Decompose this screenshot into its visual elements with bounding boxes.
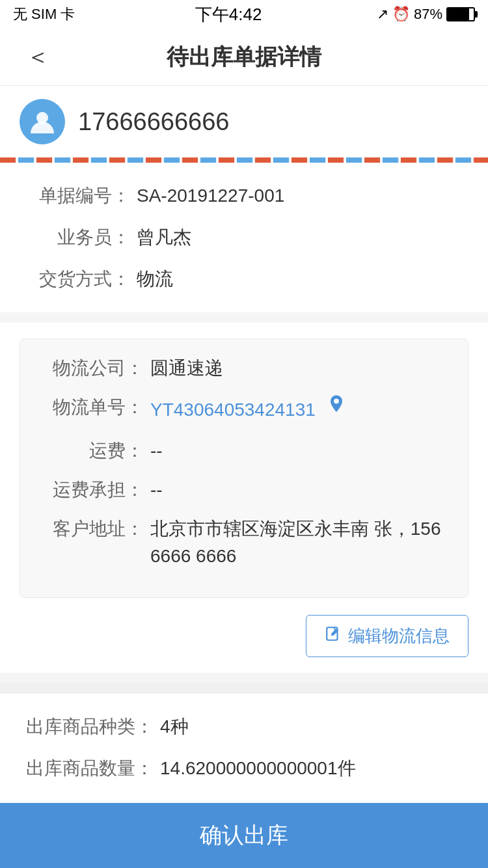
logistics-company-label: 物流公司： [40, 355, 144, 382]
document-number-value: SA-20191227-001 [130, 182, 462, 210]
product-types-row: 出库商品种类： 4种 [26, 713, 462, 740]
address-value: 北京市市辖区海淀区永丰南 张，156 6666 6666 [144, 515, 448, 570]
product-section: 出库商品种类： 4种 出库商品数量： 14.620000000000001件 [0, 694, 488, 795]
edit-btn-row: 编辑物流信息 [20, 608, 468, 673]
back-button[interactable]: ＜ [20, 34, 56, 79]
product-quantity-row: 出库商品数量： 14.620000000000001件 [26, 755, 462, 782]
nav-bar: ＜ 待出库单据详情 [0, 29, 488, 86]
address-label: 客户地址： [40, 515, 144, 543]
customer-phone: 17666666666 [78, 108, 229, 136]
confirm-button-label: 确认出库 [200, 821, 288, 850]
freight-label: 运费： [40, 437, 144, 465]
status-right: ↗ ⏰ 87% [377, 6, 475, 23]
avatar [20, 99, 65, 144]
tracking-number-row: 物流单号： YT43064053424131 [40, 394, 448, 426]
delivery-method-value: 物流 [130, 265, 462, 293]
freight-bearer-value: -- [144, 476, 448, 504]
carrier-text: 无 SIM 卡 [13, 5, 75, 24]
logistics-section: 物流公司： 圆通速递 物流单号： YT43064053424131 运费： [0, 323, 488, 673]
salesperson-label: 业务员： [26, 224, 130, 251]
alarm-icon: ⏰ [392, 6, 410, 23]
delivery-method-row: 交货方式： 物流 [26, 265, 462, 293]
battery-icon [446, 7, 475, 21]
logistics-company-value: 圆通速递 [144, 355, 448, 382]
customer-header: 17666666666 [0, 86, 488, 157]
logistics-company-row: 物流公司： 圆通速递 [40, 355, 448, 382]
freight-bearer-label: 运费承担： [40, 476, 144, 504]
document-number-row: 单据编号： SA-20191227-001 [26, 182, 462, 210]
product-types-value: 4种 [154, 713, 462, 740]
location-pin-icon[interactable] [326, 394, 347, 426]
svg-point-1 [334, 399, 339, 404]
product-types-label: 出库商品种类： [26, 713, 154, 740]
delivery-method-label: 交货方式： [26, 265, 130, 293]
edit-logistics-button[interactable]: 编辑物流信息 [306, 615, 468, 657]
freight-value: -- [144, 437, 448, 465]
tracking-number-value: YT43064053424131 [144, 394, 448, 426]
status-bar: 无 SIM 卡 下午4:42 ↗ ⏰ 87% [0, 0, 488, 29]
edit-logistics-label: 编辑物流信息 [348, 625, 450, 647]
freight-bearer-row: 运费承担： -- [40, 476, 448, 504]
basic-info-section: 单据编号： SA-20191227-001 业务员： 曾凡杰 交货方式： 物流 [0, 163, 488, 312]
status-time: 下午4:42 [195, 3, 262, 26]
confirm-button-bar[interactable]: 确认出库 [0, 803, 488, 868]
edit-icon [325, 625, 342, 647]
freight-row: 运费： -- [40, 437, 448, 465]
product-quantity-label: 出库商品数量： [26, 755, 154, 782]
logistics-card: 物流公司： 圆通速递 物流单号： YT43064053424131 运费： [20, 338, 468, 598]
dashed-separator [0, 157, 488, 163]
product-quantity-value: 14.620000000000001件 [154, 755, 462, 782]
salesperson-value: 曾凡杰 [130, 224, 462, 251]
salesperson-row: 业务员： 曾凡杰 [26, 224, 462, 251]
document-number-label: 单据编号： [26, 182, 130, 210]
location-icon: ↗ [377, 6, 388, 23]
section-divider [0, 683, 488, 694]
status-left: 无 SIM 卡 [13, 5, 80, 24]
tracking-number-label: 物流单号： [40, 394, 144, 421]
battery-text: 87% [414, 6, 442, 23]
page-title: 待出库单据详情 [167, 42, 321, 72]
address-row: 客户地址： 北京市市辖区海淀区永丰南 张，156 6666 6666 [40, 515, 448, 570]
